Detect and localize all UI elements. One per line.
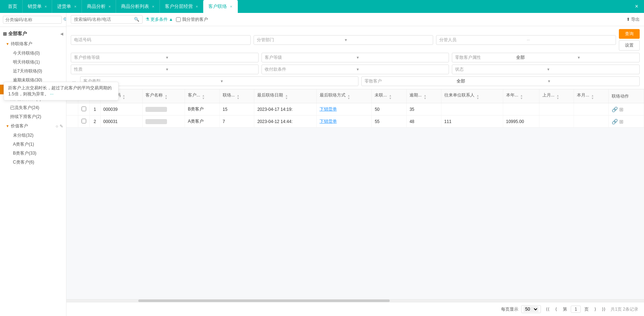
nav-item-analysis-list[interactable]: 商品分析列表 × [116, 0, 159, 13]
dept-filter[interactable]: 分管部门 ▼ [254, 35, 434, 45]
export-button[interactable]: ⬆ 导出 [626, 16, 640, 23]
per-page-select[interactable]: 50 20 100 [524, 306, 538, 312]
row1-unreached: 50 [372, 103, 407, 115]
search-input[interactable] [74, 17, 133, 22]
th-name[interactable]: 客户名称 ▲▼ [143, 89, 185, 103]
gender-filter[interactable]: 性质 ▼ [71, 65, 259, 74]
price-add-icon[interactable]: ○ [56, 124, 58, 129]
th-type[interactable]: 客户... ▲▼ [185, 89, 220, 103]
sidebar-7days-item[interactable]: 近7天待联络(0) [3, 67, 66, 76]
horizontal-scrollbar[interactable] [66, 299, 644, 302]
more-conditions-label: 更多条件 [150, 16, 168, 23]
sidebar-c-class-item[interactable]: C类客户(6) [3, 158, 66, 167]
sidebar-tomorrow-item[interactable]: 明天待联络(1) [3, 58, 66, 67]
window-close-button[interactable]: × [632, 3, 641, 10]
filter-row-3: 性质 ▼ 收付款条件 ▼ 状态 ▼ [71, 65, 640, 74]
sidebar-declining-item[interactable]: 持续下滑客户(2) [0, 112, 66, 121]
status-filter[interactable]: 状态 ▼ [452, 65, 640, 74]
more-conditions-btn[interactable]: ⚗ 更多条件 ▲ [145, 16, 173, 23]
filter-icon: ⚗ [145, 17, 149, 22]
nav-close-purchase[interactable]: × [74, 4, 76, 9]
tooltip-close[interactable]: ··· [50, 91, 54, 96]
phone-filter[interactable]: 电话号码 [71, 35, 251, 45]
page-prev-btn[interactable]: ⟨ [553, 306, 559, 312]
payment-filter[interactable]: 收付款条件 ▼ [261, 65, 449, 74]
nav-item-customer-tier[interactable]: 客户分层经营 × [160, 0, 203, 13]
phone-label: 电话号码 [74, 37, 160, 43]
row2-overdue: 48 [407, 115, 441, 128]
page-first-btn[interactable]: ⟨⟨ [544, 306, 552, 312]
customer-level-filter[interactable]: 客户等级 ▼ [261, 53, 449, 62]
query-button[interactable]: 查询 [619, 29, 640, 39]
nav-close-analysis[interactable]: × [108, 4, 111, 9]
filter-row-1: 电话号码 分管部门 ▼ 分管人员 ··· 查询 设置 [71, 29, 640, 51]
page-last-btn[interactable]: ⟩⟩ [600, 306, 608, 312]
retail-attr-value: 全部 [516, 55, 576, 61]
row2-link-icon[interactable]: 🔗 [612, 119, 618, 124]
gender-label: 性质 [74, 66, 164, 72]
nav-close-analysis-list[interactable]: × [152, 4, 154, 9]
current-page-input[interactable]: 1 [571, 306, 581, 313]
my-customer-checkbox[interactable] [176, 17, 181, 22]
row1-select-checkbox[interactable] [82, 107, 86, 111]
th-last-method[interactable]: 最后联络方式 ▲▼ [316, 89, 372, 103]
row1-qr-icon[interactable]: ⊞ [619, 107, 624, 112]
th-overdue[interactable]: 逾期... ▲▼ [407, 89, 441, 103]
price-level-label: 客户价格等级 [74, 55, 164, 61]
row1-action-icons: 🔗 ⊞ [612, 107, 641, 112]
row1-last-method-link[interactable]: 下销货单 [320, 107, 337, 112]
search-icon[interactable]: 🔍 [134, 17, 139, 22]
sidebar-b-class-item[interactable]: B类客户(33) [3, 149, 66, 158]
main-layout: 🔍 ⊞ 全部客户 ◀ ▼ 待联络客户 今天待联络(0) 明天待联络(1) [0, 13, 644, 316]
row1-link-icon[interactable]: 🔗 [612, 107, 618, 112]
person-filter[interactable]: 分管人员 ··· [436, 35, 616, 45]
nav-item-purchase[interactable]: 进货单 × [52, 0, 82, 13]
nav-item-sales[interactable]: 销货单 × [23, 0, 52, 13]
sidebar-collapse-btn[interactable]: ◀ [60, 32, 63, 36]
customer-type-filter[interactable]: 客户类型 ▼ [80, 76, 358, 86]
row2-last-method-link[interactable]: 下销货单 [320, 119, 337, 124]
nav-close-customer-contact[interactable]: × [230, 4, 232, 9]
nav-close-sales[interactable]: × [45, 4, 47, 9]
sidebar-search-input[interactable] [3, 16, 62, 24]
person-dropdown-icon: ··· [527, 38, 613, 42]
price-edit-icons: ○ ✎ [56, 124, 63, 129]
nav-item-home[interactable]: 首页 [3, 0, 23, 13]
customer-table: ⚙ 客户编码 ▲▼ 客户名称 ▲▼ [66, 89, 644, 128]
sidebar-ungroup-item[interactable]: 未分组(32) [3, 131, 66, 140]
retail-attr-filter[interactable]: 零散客户属性 全部 ▼ [452, 53, 640, 62]
sidebar-pending-title[interactable]: ▼ 待联络客户 [3, 39, 66, 49]
nav-close-customer-tier[interactable]: × [196, 4, 198, 9]
th-this-month[interactable]: 本月... ▲▼ [574, 89, 609, 103]
nav-item-customer-contact[interactable]: 客户联络 × [203, 0, 237, 13]
sidebar-today-item[interactable]: 今天待联络(0) [3, 49, 66, 58]
th-contact[interactable]: 联络... ▲▼ [219, 89, 254, 103]
row2-select-checkbox[interactable] [82, 119, 86, 123]
sidebar-search-icon[interactable]: 🔍 [63, 17, 66, 22]
price-level-filter[interactable]: 客户价格等级 ▼ [71, 53, 259, 62]
price-edit-icon[interactable]: ✎ [60, 124, 63, 129]
sidebar-root-item[interactable]: ⊞ 全部客户 ◀ [0, 28, 66, 39]
sidebar-a-class-item[interactable]: A类客户(1) [3, 140, 66, 149]
row1-this-year [503, 103, 539, 115]
nav-item-analysis[interactable]: 商品分析 × [82, 0, 116, 13]
th-unit-contact[interactable]: 往来单位联系人 ▲▼ [441, 89, 503, 103]
sidebar-search-area: 🔍 [0, 13, 66, 27]
settings-button[interactable]: 设置 [619, 40, 640, 51]
sidebar-price-title[interactable]: ▼ 价值客户 ○ ✎ [3, 121, 66, 131]
th-last-date[interactable]: 最后联络日期 ▲▼ [254, 89, 316, 103]
status-dropdown-icon: ▼ [547, 67, 636, 71]
sidebar-lost-item[interactable]: 已流失客户(24) [0, 103, 66, 112]
sidebar: 🔍 ⊞ 全部客户 ◀ ▼ 待联络客户 今天待联络(0) 明天待联络(1) [0, 13, 66, 316]
row2-type: A类客户 [185, 115, 220, 128]
row2-qr-icon[interactable]: ⊞ [619, 119, 624, 124]
scrollbar-thumb[interactable] [138, 300, 390, 302]
row1-num: 1 [89, 103, 100, 115]
more-conditions-arrow: ▲ [169, 17, 173, 22]
retail-customer-filter[interactable]: 零散客户 全部 ▼ [361, 76, 640, 86]
th-last-month[interactable]: 上月... ▲▼ [539, 89, 574, 103]
th-this-year[interactable]: 本年... ▲▼ [503, 89, 539, 103]
th-unreached[interactable]: 未联... ▲▼ [372, 89, 407, 103]
page-next-btn[interactable]: ⟩ [592, 306, 598, 312]
retail-attr-label: 零散客户属性 [455, 55, 515, 61]
